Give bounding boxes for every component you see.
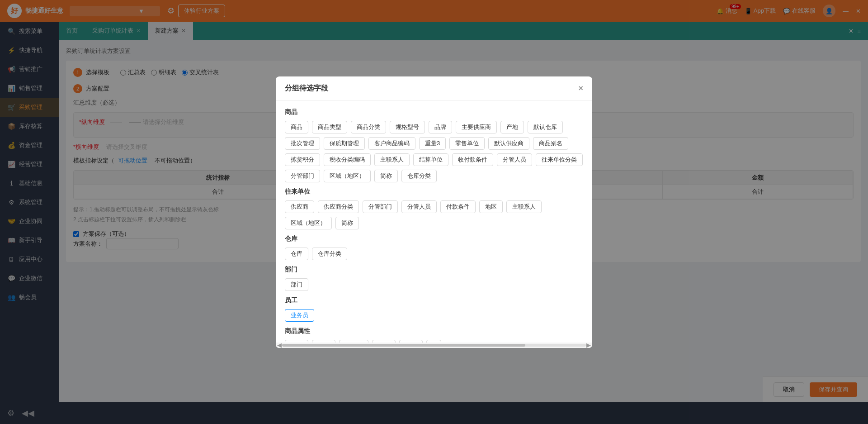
field-tag-customer-code[interactable]: 客户商品编码: [368, 137, 415, 150]
field-tag-supplier-category[interactable]: 供应商分类: [318, 200, 359, 213]
field-tag-party-category[interactable]: 往来单位分类: [536, 153, 583, 166]
modal-close-button[interactable]: ×: [578, 84, 583, 92]
field-tag-supplier[interactable]: 供应商: [285, 200, 314, 213]
field-tag-salesperson[interactable]: 业务员: [285, 309, 314, 322]
modal-header: 分组待选字段 ×: [276, 76, 592, 101]
field-tag-tax-code[interactable]: 税收分类编码: [324, 153, 371, 166]
section-title-dept: 部门: [285, 266, 583, 274]
scroll-left-btn[interactable]: ◀: [277, 342, 282, 348]
modal: 分组待选字段 × 商品 商品 商品类型 商品分类 规格型号 品牌 主要供应商 产…: [276, 76, 592, 348]
section-title-attrs: 商品属性: [285, 327, 583, 335]
field-tags-warehouse: 仓库 仓库分类: [285, 248, 583, 260]
field-tag-manager-partner[interactable]: 分管人员: [401, 200, 437, 213]
field-tag-origin[interactable]: 产地: [500, 121, 524, 133]
field-tag-payment-terms[interactable]: 收付款条件: [452, 153, 493, 166]
scrollbar-thumb: [282, 344, 525, 347]
field-tag-dept[interactable]: 部门: [285, 278, 308, 291]
field-tag-area-partner[interactable]: 区域（地区）: [285, 217, 332, 229]
scrollbar-track: [282, 344, 586, 347]
field-tag-short-name-partner[interactable]: 简称: [335, 217, 359, 229]
field-tag-main-contact-partner[interactable]: 主联系人: [506, 200, 542, 213]
modal-title: 分组待选字段: [285, 84, 328, 93]
field-tag-expiry-manage[interactable]: 保质期管理: [324, 137, 365, 150]
field-tag-spec-model[interactable]: 规格型号: [390, 121, 425, 133]
field-tag-goods-category[interactable]: 商品分类: [351, 121, 386, 133]
field-tag-goods[interactable]: 商品: [285, 121, 308, 133]
field-tags-goods: 商品 商品类型 商品分类 规格型号 品牌 主要供应商 产地 默认仓库 批次管理 …: [285, 121, 583, 182]
modal-body: 商品 商品 商品类型 商品分类 规格型号 品牌 主要供应商 产地 默认仓库 批次…: [276, 101, 592, 343]
section-title-goods: 商品: [285, 108, 583, 116]
field-tag-brand[interactable]: 品牌: [429, 121, 452, 133]
modal-scrollbar[interactable]: ◀ ▶: [276, 343, 592, 348]
field-tag-batch-manage[interactable]: 批次管理: [285, 137, 320, 150]
field-tags-employee: 业务员: [285, 309, 583, 322]
section-title-warehouse: 仓库: [285, 235, 583, 243]
field-tag-manager[interactable]: 分管人员: [497, 153, 532, 166]
field-tag-region-goods[interactable]: 区域（地区）: [324, 170, 371, 182]
field-tag-main-contact[interactable]: 主联系人: [374, 153, 410, 166]
field-tag-pick-points[interactable]: 拣货积分: [285, 153, 320, 166]
field-tag-default-supplier[interactable]: 默认供应商: [488, 137, 529, 150]
field-tag-goods-alias[interactable]: 商品别名: [533, 137, 568, 150]
field-tag-default-warehouse[interactable]: 默认仓库: [528, 121, 563, 133]
section-title-employee: 员工: [285, 296, 583, 305]
field-tag-warehouse-category[interactable]: 仓库分类: [312, 248, 347, 260]
field-tag-settlement-unit[interactable]: 结算单位: [413, 153, 448, 166]
field-tag-weight[interactable]: 重量3: [419, 137, 446, 150]
field-tag-payment-cond[interactable]: 付款条件: [440, 200, 476, 213]
field-tag-warehouse[interactable]: 仓库: [285, 248, 308, 260]
field-tag-short-name-goods[interactable]: 简称: [374, 170, 398, 182]
field-tag-retail-unit[interactable]: 零售单位: [449, 137, 485, 150]
field-tags-dept: 部门: [285, 278, 583, 291]
field-tag-goods-type[interactable]: 商品类型: [312, 121, 347, 133]
field-tag-dept-partner[interactable]: 分管部门: [363, 200, 398, 213]
scroll-right-btn[interactable]: ▶: [586, 342, 591, 348]
field-tag-warehouse-category-goods[interactable]: 仓库分类: [401, 170, 437, 182]
section-title-partner: 往来单位: [285, 188, 583, 196]
field-tag-dept-managed[interactable]: 分管部门: [285, 170, 320, 182]
field-tags-partner: 供应商 供应商分类 分管部门 分管人员 付款条件 地区 主联系人 区域（地区） …: [285, 200, 583, 229]
field-tag-main-supplier[interactable]: 主要供应商: [456, 121, 497, 133]
field-tag-region-partner[interactable]: 地区: [479, 200, 503, 213]
modal-overlay: 分组待选字段 × 商品 商品 商品类型 商品分类 规格型号 品牌 主要供应商 产…: [0, 0, 868, 402]
